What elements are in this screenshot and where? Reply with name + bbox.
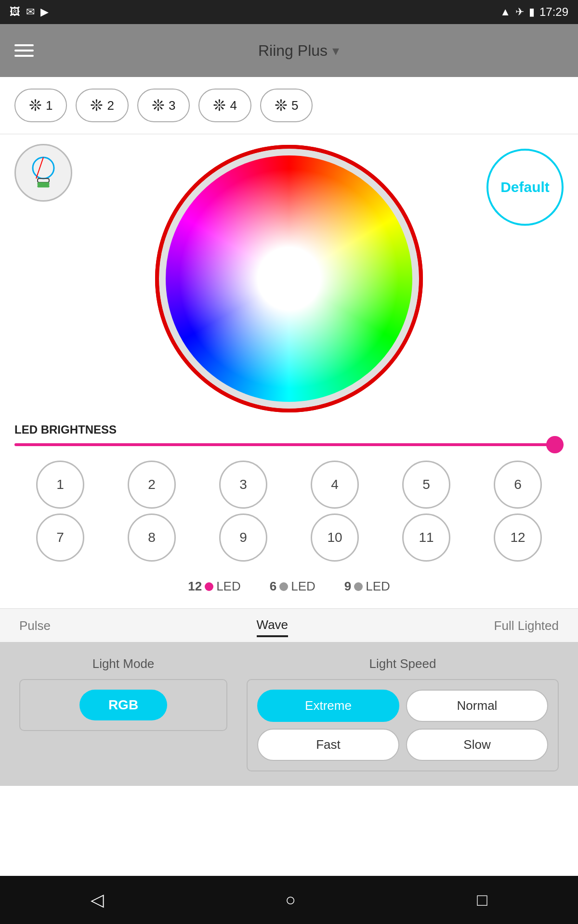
led-circle-11[interactable]: 11 (402, 513, 450, 562)
fan-tab-label-4: 4 (230, 98, 236, 113)
fan-tab-1[interactable]: ❊ 1 (14, 89, 67, 122)
fan-tabs: ❊ 1 ❊ 2 ❊ 3 ❊ 4 ❊ 5 (0, 77, 578, 134)
status-bar-right: ▲ ✈ ▮ 17:29 (500, 5, 568, 19)
airplane-icon: ✈ (515, 6, 524, 18)
brightness-slider-wrap (14, 443, 564, 446)
led-circle-5[interactable]: 5 (402, 461, 450, 509)
status-bar-left-icons: 🖼 ✉ ▶ (10, 6, 49, 18)
light-mode-box: Light Mode RGB (19, 656, 227, 731)
led-circle-8[interactable]: 8 (128, 513, 176, 562)
led-count-num-12: 12 (188, 579, 202, 594)
light-speed-box: Light Speed Extreme Normal Fast Slow (247, 656, 559, 771)
dropdown-icon[interactable]: ▾ (332, 43, 339, 59)
led-count-12[interactable]: 12 LED (188, 579, 241, 594)
color-wheel-outer[interactable] (159, 149, 419, 409)
bulb-icon-wrap (14, 144, 77, 206)
fan-tab-label-2: 2 (107, 98, 114, 113)
led-circle-2[interactable]: 2 (128, 461, 176, 509)
svg-point-0 (33, 157, 54, 179)
fan-icon-1: ❊ (29, 96, 42, 115)
light-mode-label: Light Mode (19, 656, 227, 671)
brightness-slider[interactable] (14, 443, 564, 446)
fan-icon-4: ❊ (213, 96, 226, 115)
bottom-panel: Light Mode RGB Light Speed Extreme Norma… (0, 642, 578, 786)
fan-tab-4[interactable]: ❊ 4 (198, 89, 251, 122)
fan-tab-label-1: 1 (46, 98, 53, 113)
fan-tab-label-5: 5 (291, 98, 298, 113)
mode-tab-wave[interactable]: Wave (257, 617, 289, 637)
speed-btn-fast[interactable]: Fast (257, 729, 399, 761)
hamburger-menu[interactable] (14, 44, 34, 57)
brightness-label: LED BRIGHTNESS (14, 423, 564, 436)
color-wheel-center (270, 259, 308, 298)
led-circle-4[interactable]: 4 (311, 461, 359, 509)
bottom-panel-row: Light Mode RGB Light Speed Extreme Norma… (19, 656, 559, 771)
led-text-6: LED (291, 579, 315, 594)
email-icon: ✉ (26, 6, 35, 18)
led-circle-3[interactable]: 3 (219, 461, 267, 509)
nav-back-icon[interactable]: ◁ (91, 890, 104, 910)
speed-btn-extreme[interactable]: Extreme (257, 690, 399, 722)
nav-bar: ◁ ○ □ (0, 876, 578, 924)
brightness-section: LED BRIGHTNESS (14, 418, 564, 456)
led-circle-6[interactable]: 6 (494, 461, 542, 509)
nav-home-icon[interactable]: ○ (285, 890, 296, 910)
svg-rect-4 (38, 185, 49, 187)
bulb-icon[interactable] (14, 144, 72, 202)
led-count-9[interactable]: 9 LED (344, 579, 390, 594)
color-wheel-inner[interactable] (178, 168, 400, 389)
fan-icon-3: ❊ (152, 96, 165, 115)
led-circle-10[interactable]: 10 (311, 513, 359, 562)
led-circles: 1 2 3 4 5 6 7 8 9 10 11 12 (14, 456, 564, 571)
header-title-wrap: Riing Plus ▾ (34, 42, 564, 60)
fan-tab-3[interactable]: ❊ 3 (137, 89, 190, 122)
bulb-svg (24, 154, 63, 192)
play-icon: ▶ (40, 6, 49, 18)
light-mode-inner: RGB (19, 679, 227, 731)
led-dot-12 (205, 582, 213, 591)
rgb-button[interactable]: RGB (79, 690, 167, 720)
led-row-1: 1 2 3 4 5 6 (14, 461, 564, 509)
svg-rect-3 (38, 182, 49, 185)
status-bar: 🖼 ✉ ▶ ▲ ✈ ▮ 17:29 (0, 0, 578, 24)
led-count-num-9: 9 (344, 579, 351, 594)
mode-tabs: Pulse Wave Full Lighted (0, 608, 578, 642)
mode-tab-full-lighted[interactable]: Full Lighted (494, 618, 559, 636)
photo-icon: 🖼 (10, 6, 20, 18)
mode-tab-pulse[interactable]: Pulse (19, 618, 51, 636)
led-text-9: LED (366, 579, 390, 594)
fan-tab-2[interactable]: ❊ 2 (76, 89, 128, 122)
color-wheel[interactable] (159, 149, 419, 409)
nav-recent-icon[interactable]: □ (477, 890, 487, 910)
led-dot-6 (279, 582, 288, 591)
light-speed-inner: Extreme Normal Fast Slow (247, 679, 559, 771)
header-title: Riing Plus (258, 42, 328, 60)
speed-btn-normal[interactable]: Normal (406, 690, 548, 722)
led-count-tabs: 12 LED 6 LED 9 LED (14, 571, 564, 599)
fan-icon-5: ❊ (275, 96, 288, 115)
led-circle-12[interactable]: 12 (494, 513, 542, 562)
light-speed-label: Light Speed (247, 656, 559, 671)
svg-line-1 (36, 157, 43, 179)
led-text-12: LED (216, 579, 241, 594)
wifi-icon: ▲ (500, 6, 511, 18)
color-wheel-row: Default (14, 144, 564, 418)
led-circle-7[interactable]: 7 (36, 513, 84, 562)
default-button[interactable]: Default (486, 149, 564, 226)
main-content: Default LED BRIGHTNESS 1 2 3 4 5 6 7 8 9… (0, 134, 578, 608)
fan-tab-label-3: 3 (169, 98, 175, 113)
fan-tab-5[interactable]: ❊ 5 (260, 89, 313, 122)
led-dot-9 (354, 582, 363, 591)
status-time: 17:29 (539, 5, 568, 19)
led-circle-9[interactable]: 9 (219, 513, 267, 562)
led-circle-1[interactable]: 1 (36, 461, 84, 509)
battery-icon: ▮ (529, 6, 535, 18)
fan-icon-2: ❊ (90, 96, 103, 115)
led-count-num-6: 6 (270, 579, 276, 594)
led-row-2: 7 8 9 10 11 12 (14, 513, 564, 562)
speed-btn-slow[interactable]: Slow (406, 729, 548, 761)
header: Riing Plus ▾ (0, 24, 578, 77)
led-count-6[interactable]: 6 LED (270, 579, 315, 594)
